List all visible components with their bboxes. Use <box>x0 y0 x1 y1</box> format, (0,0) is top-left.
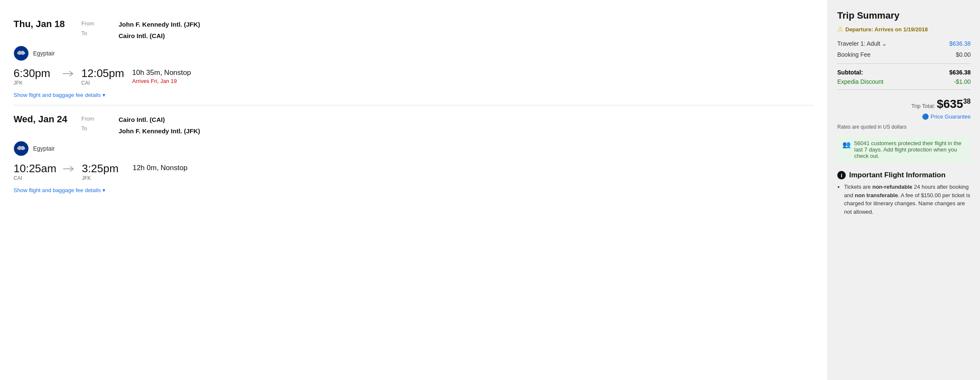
depart-code-1: JFK <box>14 80 56 86</box>
from-label-1: From <box>81 19 115 28</box>
subtotal-label: Subtotal: <box>837 69 863 76</box>
duration-block-2: 12h 0m, Nonstop <box>133 162 187 172</box>
airline-row-1: Egyptair <box>14 46 814 61</box>
price-guarantee[interactable]: 🔵 Price Guarantee <box>837 113 971 120</box>
discount-row: Expedia Discount -$1.00 <box>837 77 971 86</box>
sidebar-title: Trip Summary <box>837 10 971 21</box>
important-text-item: Tickets are non-refundable 24 hours afte… <box>844 183 971 216</box>
total-dollars: $635 <box>937 97 963 110</box>
duration-text-2: 12h 0m, Nonstop <box>133 164 187 172</box>
price-divider-1 <box>837 63 971 64</box>
price-guarantee-icon: 🔵 <box>922 113 929 120</box>
details-link-1[interactable]: Show flight and baggage fee details ▾ <box>14 92 105 98</box>
main-content: Thu, Jan 18 From To John F. Kennedy Intl… <box>0 0 828 380</box>
price-divider-2 <box>837 89 971 90</box>
total-amount: $63538 <box>937 97 971 110</box>
important-section: i Important Flight Information Tickets a… <box>837 171 971 216</box>
depart-time-2: 10:25am <box>14 162 56 175</box>
warning-icon: ⚠ <box>837 25 843 33</box>
arrive-time-1: 12:05pm <box>81 67 132 80</box>
arrive-block-1: 12:05pm CAI <box>81 67 132 86</box>
to-label-2: To <box>81 124 115 133</box>
from-to-labels-1: From To <box>81 19 115 39</box>
booking-fee-row: Booking Fee $0.00 <box>837 49 971 60</box>
price-guarantee-text: Price Guarantee <box>930 113 971 120</box>
traveler-price: $636.38 <box>949 40 971 47</box>
traveler-row: Traveler 1: Adult ⌄ $636.38 <box>837 38 971 49</box>
depart-block-2: 10:25am CAI <box>14 162 56 181</box>
details-link-2[interactable]: Show flight and baggage fee details ▾ <box>14 187 105 193</box>
total-label: Trip Total: <box>911 103 935 109</box>
flight-segment-1: Thu, Jan 18 From To John F. Kennedy Intl… <box>14 10 814 105</box>
arrow-2 <box>56 162 82 172</box>
duration-text-1: 10h 35m, Nonstop <box>132 69 191 77</box>
route-names-2: Cairo Intl. (CAI) John F. Kennedy Intl. … <box>119 114 200 137</box>
from-airport-2: Cairo Intl. (CAI) <box>119 114 200 125</box>
to-airport-2: John F. Kennedy Intl. (JFK) <box>119 125 200 137</box>
depart-block-1: 6:30pm JFK <box>14 67 56 86</box>
flight-times-1: 6:30pm JFK 12:05pm CAI 10h 35m, Nonstop … <box>14 67 814 86</box>
airline-row-2: Egyptair <box>14 141 814 156</box>
arrive-block-2: 3:25pm JFK <box>82 162 133 181</box>
subtotal-row: Subtotal: $636.38 <box>837 67 971 77</box>
protection-text: 56041 customers protected their flight i… <box>854 140 966 159</box>
protection-box: 👥 56041 customers protected their flight… <box>837 136 971 163</box>
important-text: Tickets are non-refundable 24 hours afte… <box>837 183 971 216</box>
info-icon: i <box>837 171 846 179</box>
to-label-1: To <box>81 28 115 38</box>
important-title: i Important Flight Information <box>837 171 971 179</box>
departure-warning-text: Departure: Arrives on 1/19/2018 <box>845 26 928 33</box>
discount-label: Expedia Discount <box>837 78 883 85</box>
arrives-note-1: Arrives Fri, Jan 19 <box>132 78 191 84</box>
flight-segment-2: Wed, Jan 24 From To Cairo Intl. (CAI) Jo… <box>14 105 814 200</box>
discount-price: -$1.00 <box>954 78 971 85</box>
airline-logo-2 <box>14 141 29 156</box>
arrow-1 <box>56 67 81 77</box>
from-to-labels-2: From To <box>81 114 115 134</box>
arrive-code-1: CAI <box>81 80 132 86</box>
flight-times-2: 10:25am CAI 3:25pm JFK 12h 0m, Nonstop <box>14 162 814 181</box>
arrive-code-2: JFK <box>82 175 133 181</box>
airline-name-2: Egyptair <box>33 145 55 152</box>
departure-warning: ⚠ Departure: Arrives on 1/19/2018 <box>837 25 971 33</box>
sidebar: Trip Summary ⚠ Departure: Arrives on 1/1… <box>828 0 980 380</box>
to-airport-1: Cairo Intl. (CAI) <box>119 30 200 41</box>
total-section: Trip Total: $63538 <box>837 93 971 113</box>
booking-fee-price: $0.00 <box>956 51 971 58</box>
duration-block-1: 10h 35m, Nonstop Arrives Fri, Jan 19 <box>132 67 191 84</box>
traveler-label[interactable]: Traveler 1: Adult ⌄ <box>837 40 887 47</box>
depart-code-2: CAI <box>14 175 56 181</box>
booking-fee-label: Booking Fee <box>837 51 871 58</box>
airline-name-1: Egyptair <box>33 50 55 57</box>
depart-time-1: 6:30pm <box>14 67 56 80</box>
protection-icon: 👥 <box>842 140 851 149</box>
route-names-1: John F. Kennedy Intl. (JFK) Cairo Intl. … <box>119 19 200 41</box>
important-title-text: Important Flight Information <box>849 171 946 179</box>
segment-header-2: Wed, Jan 24 From To Cairo Intl. (CAI) Jo… <box>14 114 814 137</box>
total-cents: 38 <box>963 98 971 105</box>
rates-note: Rates are quoted in US dollars <box>837 124 971 130</box>
from-label-2: From <box>81 114 115 124</box>
from-airport-1: John F. Kennedy Intl. (JFK) <box>119 19 200 30</box>
flight-1-date: Thu, Jan 18 <box>14 19 81 30</box>
subtotal-price: $636.38 <box>949 69 971 76</box>
flight-2-date: Wed, Jan 24 <box>14 114 81 125</box>
airline-logo-1 <box>14 46 29 61</box>
segment-header-1: Thu, Jan 18 From To John F. Kennedy Intl… <box>14 19 814 41</box>
arrive-time-2: 3:25pm <box>82 162 133 175</box>
